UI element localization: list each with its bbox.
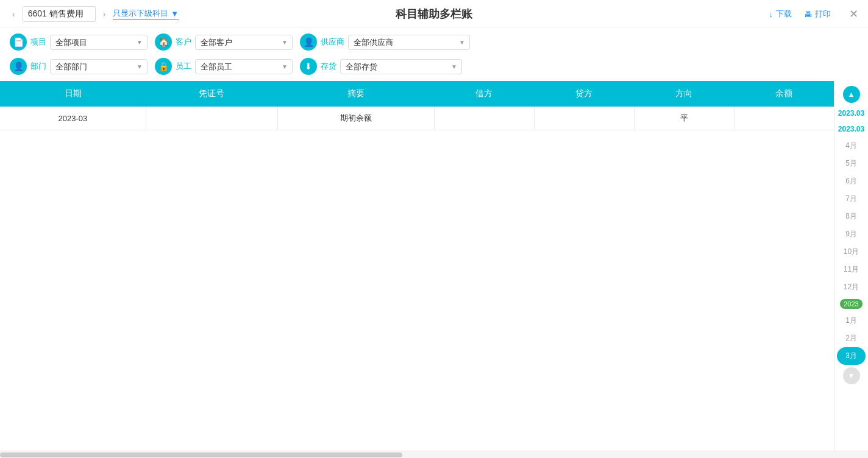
timeline-month-7[interactable]: 7月 (834, 190, 868, 208)
download-icon: ↓ (769, 10, 774, 19)
project-filter: 📄 项目 全部项目 (10, 33, 148, 51)
timeline-month-1[interactable]: 1月 (834, 312, 868, 329)
col-credit: 贷方 (534, 81, 634, 107)
inventory-filter: ⬇ 存货 全部存货 (300, 58, 462, 75)
dept-select-wrapper: 全部部门 (50, 59, 148, 74)
timeline-month-8[interactable]: 8月 (834, 208, 868, 225)
prev-arrow[interactable]: ‹ (10, 8, 18, 20)
customer-filter: 🏠 客户 全部客户 (155, 33, 293, 51)
show-sub-select[interactable]: 只显示下级科目 ▼ (113, 8, 179, 20)
filter-row-2: 👤 部门 全部部门 🔒 员工 全部员工 ⬇ 存货 (10, 58, 462, 75)
table-row[interactable]: 2023-03 期初余额 平 (0, 107, 834, 130)
chevron-down-icon: ▼ (171, 9, 179, 18)
customer-icon: 🏠 (155, 33, 172, 51)
timeline-period-1[interactable]: 2023.03 (834, 105, 868, 121)
main-content: 日期 凭证号 摘要 借方 贷方 方向 余额 2023-03 期初余额 (0, 81, 868, 451)
dept-select[interactable]: 全部部门 (50, 59, 148, 74)
data-table: 日期 凭证号 摘要 借方 贷方 方向 余额 2023-03 期初余额 (0, 81, 834, 130)
inventory-select[interactable]: 全部存货 (340, 59, 462, 74)
timeline-month-9[interactable]: 9月 (834, 225, 868, 243)
timeline-month-10[interactable]: 10月 (834, 243, 868, 261)
timeline-month-5[interactable]: 5月 (834, 155, 868, 172)
table-body: 2023-03 期初余额 平 (0, 107, 834, 130)
dept-filter: 👤 部门 全部部门 (10, 58, 148, 75)
close-button[interactable]: ✕ (849, 7, 858, 21)
project-label: 项目 (30, 37, 46, 48)
cell-balance (734, 107, 834, 130)
table-area: 日期 凭证号 摘要 借方 贷方 方向 余额 2023-03 期初余额 (0, 81, 834, 451)
cell-summary: 期初余额 (277, 107, 434, 130)
customer-select[interactable]: 全部客户 (195, 35, 293, 50)
col-debit: 借方 (434, 81, 534, 107)
col-direction: 方向 (634, 81, 734, 107)
cell-voucher (146, 107, 277, 130)
inventory-select-wrapper: 全部存货 (340, 59, 462, 74)
timeline-month-4[interactable]: 4月 (834, 137, 868, 155)
account-code: 6601 销售费用 (23, 6, 96, 22)
timeline-month-3[interactable]: 3月 (837, 347, 866, 365)
main-window: ‹ 6601 销售费用 › 只显示下级科目 ▼ 科目辅助多栏账 ↓ 下载 🖶 打… (0, 0, 868, 458)
timeline-panel: ▲ 2023.03 2023.03 4月 5月 6月 7月 8月 9月 10月 … (834, 81, 868, 451)
cell-credit (534, 107, 634, 130)
cell-direction: 平 (634, 107, 734, 130)
supplier-select-wrapper: 全部供应商 (348, 35, 470, 50)
project-select[interactable]: 全部项目 (50, 35, 148, 50)
print-button[interactable]: 🖶 打印 (804, 9, 831, 19)
employee-select-wrapper: 全部员工 (195, 59, 293, 74)
cell-debit (434, 107, 534, 130)
supplier-filter: 👤 供应商 全部供应商 (300, 33, 470, 51)
print-icon: 🖶 (804, 10, 812, 19)
inventory-icon: ⬇ (300, 58, 317, 75)
timeline-down-arrow[interactable]: ▼ (843, 367, 860, 384)
timeline-month-12[interactable]: 12月 (834, 278, 868, 296)
year-badge[interactable]: 2023 (840, 299, 862, 309)
title-left: ‹ 6601 销售费用 › 只显示下级科目 ▼ (10, 6, 179, 22)
download-button[interactable]: ↓ 下载 (769, 9, 792, 19)
project-icon: 📄 (10, 33, 27, 51)
print-label: 打印 (815, 9, 831, 19)
col-balance: 余额 (734, 81, 834, 107)
filter-row-1: 📄 项目 全部项目 🏠 客户 全部客户 👤 供应商 (10, 33, 470, 51)
customer-label: 客户 (176, 37, 191, 48)
employee-icon: 🔒 (155, 58, 172, 75)
bottom-scrollbar[interactable] (0, 451, 868, 458)
timeline-month-2[interactable]: 2月 (834, 329, 868, 347)
download-label: 下载 (776, 9, 792, 19)
customer-select-wrapper: 全部客户 (195, 35, 293, 50)
supplier-label: 供应商 (321, 37, 344, 48)
title-bar: ‹ 6601 销售费用 › 只显示下级科目 ▼ 科目辅助多栏账 ↓ 下载 🖶 打… (0, 0, 868, 27)
timeline-period-2[interactable]: 2023.03 (834, 121, 868, 137)
title-right: ↓ 下载 🖶 打印 ✕ (769, 7, 859, 21)
supplier-icon: 👤 (300, 33, 317, 51)
filter-bar: 📄 项目 全部项目 🏠 客户 全部客户 👤 供应商 (0, 27, 868, 81)
project-select-wrapper: 全部项目 (50, 35, 148, 50)
dept-label: 部门 (30, 61, 46, 72)
timeline-up-arrow[interactable]: ▲ (843, 86, 860, 103)
scrollbar-thumb (0, 453, 402, 457)
col-voucher: 凭证号 (146, 81, 277, 107)
employee-label: 员工 (176, 61, 191, 72)
show-sub-label: 只显示下级科目 (113, 8, 168, 19)
employee-filter: 🔒 员工 全部员工 (155, 58, 293, 75)
col-date: 日期 (0, 81, 146, 107)
supplier-select[interactable]: 全部供应商 (348, 35, 470, 50)
employee-select[interactable]: 全部员工 (195, 59, 293, 74)
dept-icon: 👤 (10, 58, 27, 75)
table-header: 日期 凭证号 摘要 借方 贷方 方向 余额 (0, 81, 834, 107)
col-summary: 摘要 (277, 81, 434, 107)
timeline-month-11[interactable]: 11月 (834, 261, 868, 278)
inventory-label: 存货 (321, 61, 336, 72)
timeline-month-6[interactable]: 6月 (834, 172, 868, 190)
next-arrow[interactable]: › (101, 8, 108, 20)
page-title: 科目辅助多栏账 (396, 7, 472, 21)
cell-date: 2023-03 (0, 107, 146, 130)
